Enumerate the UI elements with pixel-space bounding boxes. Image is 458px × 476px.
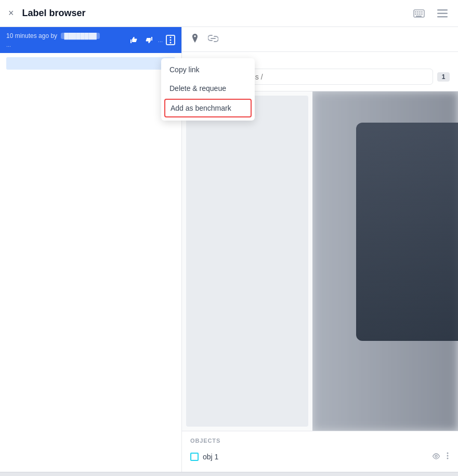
main-layout: 10 minutes ago by ████████ ... xyxy=(0,27,458,472)
item-label-bar xyxy=(6,57,175,70)
thumbs-down-button[interactable] xyxy=(142,35,155,45)
link-icon[interactable] xyxy=(208,34,218,45)
copy-link-item[interactable]: Copy link xyxy=(161,60,255,79)
svg-point-18 xyxy=(435,455,437,457)
object-row: obj 1 xyxy=(190,448,450,466)
svg-rect-8 xyxy=(421,14,423,15)
tools-badge: 1 xyxy=(437,72,450,82)
svg-rect-11 xyxy=(437,12,448,14)
context-menu: Copy link Delete & requeue Add as benchm… xyxy=(161,58,255,121)
obj-label: obj 1 xyxy=(203,453,427,461)
svg-point-20 xyxy=(447,455,449,457)
svg-rect-6 xyxy=(417,14,418,15)
objects-label: OBJECTS xyxy=(190,438,450,444)
svg-point-13 xyxy=(170,37,172,38)
more-options-button[interactable] xyxy=(166,35,175,45)
obj-color-box xyxy=(190,453,199,461)
svg-rect-2 xyxy=(417,11,418,12)
svg-rect-3 xyxy=(419,11,421,12)
item-meta: 10 minutes ago by ████████ xyxy=(6,32,124,39)
svg-rect-7 xyxy=(419,14,421,15)
add-benchmark-item[interactable]: Add as benchmark xyxy=(164,99,252,117)
image-subject xyxy=(356,123,458,341)
left-panel: 10 minutes ago by ████████ ... xyxy=(0,27,182,472)
delete-requeue-item[interactable]: Delete & requeue xyxy=(161,79,255,98)
svg-point-21 xyxy=(447,458,449,459)
header: × Label browser xyxy=(0,0,458,27)
toolbar-icons-row xyxy=(182,27,458,52)
canvas-area[interactable] xyxy=(186,96,308,427)
dots-right: ... xyxy=(158,37,163,43)
close-button[interactable]: × xyxy=(8,8,14,19)
thumbs-up-button[interactable] xyxy=(128,35,140,45)
obj-visibility-button[interactable] xyxy=(431,451,441,462)
page-title: Label browser xyxy=(22,8,403,19)
keyboard-icon[interactable] xyxy=(411,7,427,20)
dots-left: ... xyxy=(6,42,11,48)
svg-rect-12 xyxy=(437,16,448,18)
bottom-bar xyxy=(0,472,458,476)
objects-section: OBJECTS obj 1 xyxy=(182,431,458,472)
svg-point-15 xyxy=(170,42,172,44)
svg-point-19 xyxy=(447,453,449,454)
image-area xyxy=(312,91,458,431)
left-panel-content xyxy=(0,74,181,472)
item-actions: ... xyxy=(128,35,175,45)
username-blur: ████████ xyxy=(61,33,99,39)
svg-rect-5 xyxy=(415,14,416,15)
svg-rect-1 xyxy=(415,11,416,12)
canvas-image-area xyxy=(182,91,458,431)
pin-icon[interactable] xyxy=(190,33,200,46)
svg-rect-9 xyxy=(416,16,422,17)
obj-more-button[interactable] xyxy=(446,451,450,462)
item-row: 10 minutes ago by ████████ ... xyxy=(0,27,181,53)
menu-icon[interactable] xyxy=(435,7,450,20)
svg-rect-10 xyxy=(437,9,448,11)
svg-rect-4 xyxy=(421,11,423,12)
svg-point-14 xyxy=(170,39,172,41)
